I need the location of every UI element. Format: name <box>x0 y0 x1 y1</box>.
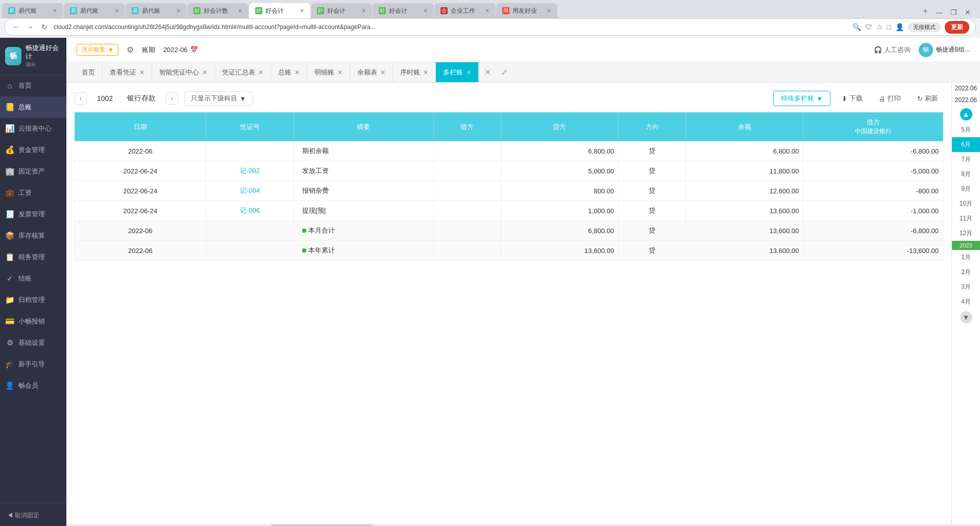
pin-button[interactable]: ◀ 取消固定 <box>5 508 61 523</box>
print-button[interactable]: 🖨 打印 <box>874 91 906 106</box>
prev-account-button[interactable]: ‹ <box>75 92 87 105</box>
month-10月[interactable]: 10月 <box>952 196 981 211</box>
sidebar-item-home[interactable]: ⌂ 首页 <box>0 75 66 96</box>
special-ledger-button[interactable]: 特殊多栏账 ▼ <box>773 91 830 106</box>
cell-date: 2022-06 <box>75 221 206 241</box>
account-code: 1002 <box>93 94 117 103</box>
horizontal-scrollbar[interactable] <box>66 524 980 526</box>
refresh-button[interactable]: ↻ 刷新 <box>912 91 943 106</box>
logo-icon: 畅 <box>5 47 21 65</box>
settings-button[interactable]: ⚙ <box>127 45 134 55</box>
page-tab-smart-voucher[interactable]: 智能凭证中心✕ <box>152 62 215 83</box>
star-icon[interactable]: ☆ <box>876 23 883 31</box>
scroll-up-button[interactable]: ▲ <box>960 108 972 120</box>
sidebar-item-archive[interactable]: 📁 归档管理 <box>0 289 66 311</box>
page-tab-balance-table[interactable]: 余额表✕ <box>350 62 393 83</box>
expand-panel-button[interactable]: ⤢ <box>496 62 512 83</box>
cell-credit: 5,000.00 <box>501 161 618 181</box>
avatar: 畅 <box>919 43 933 57</box>
ledger-icon: 📒 <box>5 103 14 112</box>
sidebar-item-inventory[interactable]: 📦 库存核算 <box>0 225 66 246</box>
sidebar-item-report[interactable]: 📊 云报表中心 <box>0 118 66 139</box>
back-button[interactable]: ← <box>11 23 21 31</box>
browser-tab-t7[interactable]: 好 好会计 ✕ <box>373 3 434 18</box>
consult-button[interactable]: 🎧 人工咨询 <box>874 45 911 55</box>
extensions-icon[interactable]: □ <box>887 23 891 31</box>
month-8月[interactable]: 8月 <box>952 167 981 182</box>
sidebar-item-tax[interactable]: 📋 税务管理 <box>0 246 66 268</box>
cell-balance: 13,600.00 <box>686 221 803 241</box>
browser-tab-t4[interactable]: 好 好会计数 ✕ <box>187 3 249 18</box>
cell-voucher <box>206 141 293 161</box>
month-9月[interactable]: 9月 <box>952 182 981 196</box>
month-11月[interactable]: 11月 <box>952 211 981 226</box>
app-header: 演示账套 ▼ ⚙ 账期 2022-06 📅 🎧 人工咨询 畅 畅捷通B组... <box>66 38 980 62</box>
forward-button[interactable]: → <box>25 23 35 31</box>
sidebar-item-guide[interactable]: 🎓 新手引导 <box>0 354 66 375</box>
sidebar-item-invoice[interactable]: 🧾 发票管理 <box>0 204 66 225</box>
browser-tab-t2[interactable]: 易 易代账 ✕ <box>64 3 125 18</box>
sidebar-item-fund[interactable]: 💰 资金管理 <box>0 139 66 161</box>
month-2023-3月[interactable]: 3月 <box>952 280 981 294</box>
period-value[interactable]: 2022-06 📅 <box>163 46 198 54</box>
sidebar-item-settle[interactable]: ✓ 结账 <box>0 268 66 289</box>
voucher-link[interactable]: 记-004 <box>240 187 260 194</box>
tab-close-icon[interactable]: ✕ <box>962 6 974 18</box>
year-2023-badge: 2023 <box>952 241 981 250</box>
page-tab-home[interactable]: 首页 <box>75 62 103 83</box>
tab-minimize-icon[interactable]: — <box>933 6 945 18</box>
cell-voucher[interactable]: 记-006 <box>206 201 293 221</box>
page-tab-detail-ledger[interactable]: 明细账✕ <box>307 62 350 83</box>
page-tab-multi-ledger[interactable]: 多栏账✕ <box>436 62 479 83</box>
incognito-button[interactable]: 无痕模式 <box>908 22 941 32</box>
tab-restore-icon[interactable]: ❐ <box>947 6 960 18</box>
sidebar-item-label: 小畅报销 <box>18 317 45 326</box>
period-label: 账期 <box>142 45 155 55</box>
sidebar-item-asset[interactable]: 🏢 固定资产 <box>0 161 66 182</box>
sidebar-logo: 畅 畅捷通好会计 演示 <box>0 38 66 75</box>
browser-tab-t6[interactable]: 好 好会计 ✕ <box>311 3 372 18</box>
ledger-toolbar: ‹ 1002 银行存款 › 只显示下级科目 ▼ 特殊多栏账 ▼ <box>75 91 943 106</box>
tab-add-button[interactable]: + <box>918 4 933 18</box>
month-2023-1月[interactable]: 1月 <box>952 250 981 265</box>
scroll-down-button[interactable]: ▼ <box>960 311 972 323</box>
month-12月[interactable]: 12月 <box>952 226 981 241</box>
search-icon[interactable]: 🔍 <box>852 23 861 31</box>
month-2023-4月[interactable]: 4月 <box>952 294 981 309</box>
sidebar-item-label: 库存核算 <box>18 231 45 240</box>
cell-date: 2022-06 <box>75 141 206 161</box>
page-tab-general-ledger[interactable]: 总账✕ <box>271 62 307 83</box>
refresh-button[interactable]: ↻ <box>39 23 50 31</box>
sidebar-item-settings[interactable]: ⚙ 基础设置 <box>0 332 66 354</box>
browser-tab-t3[interactable]: 易 易代账 ✕ <box>126 3 187 18</box>
refresh-icon: ↻ <box>917 95 923 103</box>
month-5月[interactable]: 5月 <box>952 122 981 137</box>
cell-voucher[interactable]: 记-002 <box>206 161 293 181</box>
page-tab-sequence-ledger[interactable]: 序时账✕ <box>393 62 436 83</box>
account-icon[interactable]: 👤 <box>895 23 904 31</box>
browser-tab-t8[interactable]: 企 企业工作 ✕ <box>434 3 496 18</box>
update-button[interactable]: 更新 <box>945 21 969 34</box>
voucher-link[interactable]: 记-006 <box>240 207 260 214</box>
sidebar-item-member[interactable]: 👤 畅会员 <box>0 375 66 396</box>
sidebar-item-salary[interactable]: 💼 工资 <box>0 182 66 204</box>
page-tab-bar: 首页查看凭证✕智能凭证中心✕凭证汇总表✕总账✕明细账✕余额表✕序时账✕多栏账✕ … <box>66 62 980 83</box>
filter-dropdown[interactable]: 只显示下级科目 ▼ <box>184 91 253 106</box>
next-account-button[interactable]: › <box>166 92 178 105</box>
sidebar-item-ledger[interactable]: 📒 总账 <box>0 96 66 118</box>
sidebar-item-expense[interactable]: 💳 小畅报销 <box>0 311 66 332</box>
month-2023-2月[interactable]: 2月 <box>952 265 981 280</box>
collapse-panel-button[interactable]: ✕ <box>479 62 496 83</box>
month-6月[interactable]: 6月 <box>952 137 981 152</box>
page-tab-voucher-summary[interactable]: 凭证汇总表✕ <box>215 62 271 83</box>
browser-tab-t1[interactable]: 易 易代账 ✕ <box>2 3 63 18</box>
voucher-link[interactable]: 记-002 <box>240 167 260 174</box>
cell-voucher[interactable]: 记-004 <box>206 181 293 201</box>
table-row: 2022-06-24 记-004 报销杂费 800.00 贷 12,600.00… <box>75 181 943 201</box>
cell-credit: 6,800.00 <box>501 221 618 241</box>
month-7月[interactable]: 7月 <box>952 152 981 167</box>
page-tab-voucher-view[interactable]: 查看凭证✕ <box>103 62 152 83</box>
download-button[interactable]: ⬇ 下载 <box>837 91 868 106</box>
browser-tab-t5[interactable]: 好 好会计 ✕ <box>249 3 310 18</box>
browser-tab-t9[interactable]: 用 用友好业 ✕ <box>496 3 557 18</box>
